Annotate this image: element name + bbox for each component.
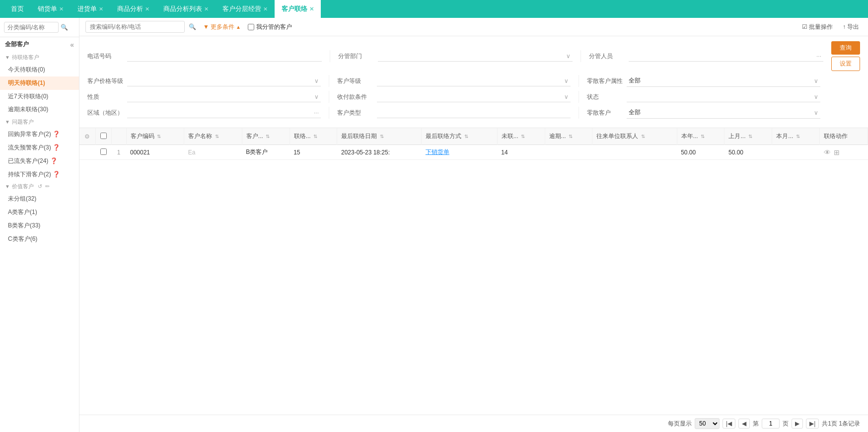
row-checkbox[interactable]: [95, 145, 111, 160]
sidebar-item-tomorrow-pending[interactable]: 明天待联络(1): [0, 76, 79, 90]
nav-close-product-analysis[interactable]: ✕: [145, 6, 149, 12]
col-checkbox[interactable]: [95, 128, 111, 145]
query-button[interactable]: 查询: [831, 41, 860, 55]
filter-dept: 分管部门 ∨: [338, 51, 573, 62]
sort-icon-method[interactable]: ⇅: [464, 134, 468, 139]
row-action-eye-icon[interactable]: 👁: [824, 148, 831, 156]
col-settings[interactable]: ⚙: [79, 128, 95, 145]
sidebar-item-churned[interactable]: 已流失客户(24) ❓: [0, 154, 79, 168]
batch-ops-button[interactable]: ☑ 批量操作: [799, 21, 836, 33]
sort-icon-no-contact[interactable]: ⇅: [521, 134, 525, 139]
sort-icon-type[interactable]: ⇅: [266, 134, 270, 139]
col-customer-code[interactable]: 客户编码 ⇅: [126, 128, 184, 145]
filter-search-icon[interactable]: 🔍: [189, 23, 196, 30]
sidebar-group-problem[interactable]: ▼ 问题客户: [0, 116, 79, 128]
sort-icon-this-month[interactable]: ⇅: [796, 134, 800, 139]
filter-search-input[interactable]: [85, 21, 185, 33]
export-button[interactable]: ↑ 导出: [840, 21, 862, 33]
select-all-checkbox[interactable]: [100, 133, 107, 139]
row-customer-name[interactable]: Ea: [184, 145, 242, 160]
filter-row-1: 电话号码 分管部门 ∨ 分管人员 ···: [87, 41, 860, 71]
sort-icon-this-year[interactable]: ⇅: [701, 134, 705, 139]
col-last-month[interactable]: 上月... ⇅: [724, 128, 772, 145]
col-related-person[interactable]: 往来单位联系人 ⇅: [592, 128, 677, 145]
col-customer-name[interactable]: 客户名称 ⇅: [184, 128, 242, 145]
setting-button[interactable]: 设置: [831, 57, 860, 71]
sidebar-all-customers[interactable]: 全部客户 «: [0, 37, 79, 52]
sidebar-item-7days-pending[interactable]: 近7天待联络(0): [0, 90, 79, 103]
filter-manager-select[interactable]: ···: [629, 51, 823, 62]
filter-price-level-select[interactable]: ∨: [127, 76, 321, 86]
page-input[interactable]: [762, 419, 780, 429]
sidebar-item-unclassified[interactable]: 未分组(32): [0, 192, 79, 206]
sidebar-item-class-c[interactable]: C类客户(6): [0, 232, 79, 246]
sidebar-item-declining[interactable]: 持续下滑客户(2) ❓: [0, 168, 79, 181]
my-customers-checkbox[interactable]: 我分管的客户: [248, 23, 292, 31]
col-contact[interactable]: 联络... ⇅: [289, 128, 337, 145]
sort-icon-last-month[interactable]: ⇅: [748, 134, 752, 139]
nav-product-analysis[interactable]: 商品分析 ✕: [110, 0, 156, 18]
nav-close-product-analysis-list[interactable]: ✕: [204, 6, 209, 12]
sidebar-item-overdue[interactable]: 逾期未联络(30): [0, 103, 79, 116]
price-level-chevron-icon: ∨: [314, 77, 319, 84]
sidebar-group-pending[interactable]: ▼ 待联络客户: [0, 52, 79, 63]
nav-close-purchase-order[interactable]: ✕: [99, 6, 103, 12]
row-last-contact-method[interactable]: 下销货单: [422, 145, 497, 160]
row-contact: 15: [289, 145, 337, 160]
col-overdue[interactable]: 逾期... ⇅: [545, 128, 592, 145]
sort-icon-contact[interactable]: ⇅: [313, 134, 317, 139]
sort-icon-related[interactable]: ⇅: [641, 134, 645, 139]
col-no-contact[interactable]: 未联... ⇅: [497, 128, 545, 145]
row-related-person: [592, 145, 677, 160]
filter-region: 区域（地区） ···: [87, 108, 321, 118]
nav-close-sales-order[interactable]: ✕: [59, 6, 64, 12]
sidebar-group-value[interactable]: ▼ 价值客户 ↺ ✏: [0, 181, 79, 192]
page-size-select[interactable]: 50 100 200: [695, 418, 720, 429]
sort-icon-code[interactable]: ⇅: [157, 134, 161, 139]
row-overdue: [545, 145, 592, 160]
filter-region-select[interactable]: ···: [127, 108, 321, 118]
filter-status-select[interactable]: ∨: [627, 92, 820, 102]
sidebar-item-repurchase-abnormal[interactable]: 回购异常客户(2) ❓: [0, 128, 79, 141]
sidebar-item-class-a[interactable]: A类客户(1): [0, 206, 79, 219]
filter-nature-select[interactable]: ∨: [127, 92, 321, 102]
sidebar-item-today-pending[interactable]: 今天待联络(0): [0, 63, 79, 76]
nav-close-customer-contact[interactable]: ✕: [309, 6, 314, 12]
nav-close-customer-stratification[interactable]: ✕: [263, 6, 268, 12]
sort-icon-date[interactable]: ⇅: [380, 134, 384, 139]
filter-phone-input[interactable]: [127, 51, 322, 62]
nav-customer-stratification[interactable]: 客户分层经营 ✕: [216, 0, 275, 18]
next-page-button[interactable]: ▶: [792, 419, 803, 429]
sidebar-search-icon[interactable]: 🔍: [61, 24, 68, 31]
filter-payment-terms-select[interactable]: ∨: [377, 92, 571, 102]
filter-customer-level-select[interactable]: ∨: [377, 76, 571, 86]
sidebar-item-churn-warning[interactable]: 流失预警客户(3) ❓: [0, 141, 79, 154]
col-this-year[interactable]: 本年... ⇅: [677, 128, 724, 145]
nav-product-analysis-list[interactable]: 商品分析列表 ✕: [156, 0, 216, 18]
sidebar-item-class-b[interactable]: B类客户(33): [0, 219, 79, 232]
sort-icon-name[interactable]: ⇅: [215, 134, 219, 139]
nav-sales-order[interactable]: 销货单 ✕: [31, 0, 71, 18]
settings-icon[interactable]: ⚙: [84, 133, 90, 140]
sort-icon-overdue[interactable]: ⇅: [569, 134, 573, 139]
filter-scatter-customer-select[interactable]: 全部 ∨: [627, 107, 820, 119]
filter-bar: 🔍 ▼ 更多条件 ▲ 我分管的客户 ☑ 批量操作 ↑ 导出: [79, 18, 868, 36]
nav-purchase-order[interactable]: 进货单 ✕: [71, 0, 110, 18]
more-conditions-button[interactable]: ▼ 更多条件 ▲: [200, 21, 244, 33]
top-nav: 首页 销货单 ✕ 进货单 ✕ 商品分析 ✕ 商品分析列表 ✕ 客户分层经营 ✕ …: [0, 0, 868, 18]
col-customer-type[interactable]: 客户... ⇅: [242, 128, 289, 145]
sidebar-search-input[interactable]: [4, 22, 59, 33]
col-this-month[interactable]: 本月... ⇅: [772, 128, 820, 145]
col-last-contact-date[interactable]: 最后联络日期 ⇅: [337, 128, 422, 145]
row-action-grid-icon[interactable]: ⊞: [834, 148, 840, 156]
first-page-button[interactable]: |◀: [723, 419, 735, 429]
filter-row-4: 区域（地区） ··· 客户类型 零散客户 全部 ∨: [87, 107, 860, 119]
filter-scatter-attr-select[interactable]: 全部 ∨: [627, 75, 820, 87]
nav-home[interactable]: 首页: [4, 0, 31, 18]
col-last-contact-method[interactable]: 最后联络方式 ⇅: [422, 128, 497, 145]
last-page-button[interactable]: ▶|: [806, 419, 819, 429]
filter-customer-type-input[interactable]: [377, 108, 571, 118]
prev-page-button[interactable]: ◀: [738, 419, 750, 429]
filter-dept-select[interactable]: ∨: [378, 51, 573, 62]
nav-customer-contact[interactable]: 客户联络 ✕: [275, 0, 321, 18]
